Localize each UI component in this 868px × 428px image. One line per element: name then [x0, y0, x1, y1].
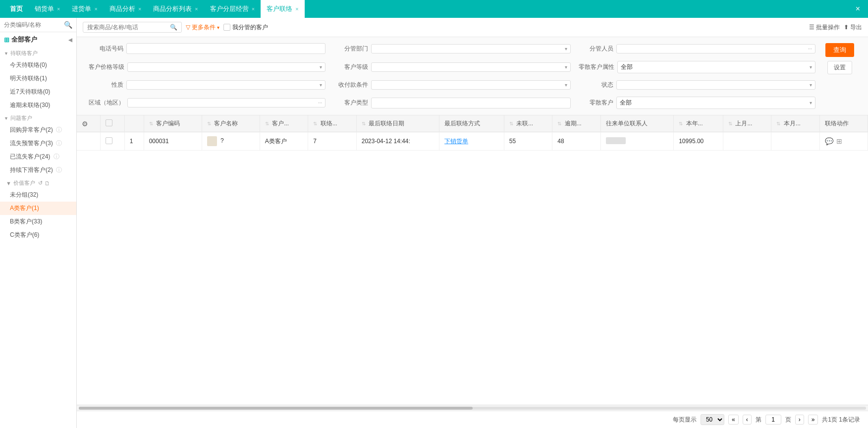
- sidebar-item-b-class[interactable]: B类客户(33): [0, 215, 76, 228]
- contact-person-placeholder: [606, 137, 626, 144]
- setting-button[interactable]: 设置: [827, 61, 852, 74]
- th-code[interactable]: ⇅ 客户编码: [144, 115, 202, 132]
- last-page-button[interactable]: »: [808, 415, 818, 425]
- nav-goods-analysis[interactable]: 商品分析 ×: [104, 0, 147, 18]
- th-overdue[interactable]: ⇅ 逾期...: [552, 115, 600, 132]
- scrollbar-thumb[interactable]: [79, 407, 473, 410]
- th-type[interactable]: ⇅ 客户...: [260, 115, 308, 132]
- sidebar-item-churned[interactable]: 已流失客户(24) ⓘ: [0, 150, 76, 163]
- sidebar-item-churn-warning[interactable]: 流失预警客户(3) ⓘ: [0, 137, 76, 150]
- add-group-icon[interactable]: 🗋: [45, 180, 50, 186]
- sort-icon-name: ⇅: [207, 121, 211, 126]
- filter-search-input[interactable]: [87, 24, 170, 31]
- batch-op-button[interactable]: ☰ 批量操作: [809, 23, 840, 32]
- filter-cell-customer-type: 客户类型: [329, 96, 574, 110]
- sidebar-search-icon[interactable]: 🔍: [64, 21, 72, 29]
- nav-goods-analysis-close[interactable]: ×: [138, 6, 141, 12]
- sort-icon-code: ⇅: [149, 121, 153, 126]
- th-last-date[interactable]: ⇅ 最后联络日期: [356, 115, 439, 132]
- export-button[interactable]: ⬆ 导出: [844, 23, 862, 32]
- nav-customer-tier[interactable]: 客户分层经营 ×: [204, 0, 261, 18]
- sidebar-item-declining[interactable]: 持续下滑客户(2) ⓘ: [0, 163, 76, 177]
- retail-customer-arrow: ▾: [810, 100, 812, 106]
- status-select[interactable]: ▾: [616, 80, 815, 90]
- nav-purchase[interactable]: 进货单 ×: [66, 0, 103, 18]
- sidebar-search-container: 🔍: [0, 18, 76, 32]
- customer-type-input[interactable]: [371, 98, 570, 108]
- nav-goods-list-close[interactable]: ×: [195, 6, 198, 12]
- nav-sales[interactable]: 销货单 ×: [29, 0, 66, 18]
- nav-customer-contact-close[interactable]: ×: [295, 6, 298, 12]
- dept-select[interactable]: ▾: [371, 44, 570, 54]
- page-size-select[interactable]: 50: [701, 414, 724, 425]
- nav-home[interactable]: 首页: [4, 0, 29, 18]
- payment-select[interactable]: ▾: [371, 80, 570, 90]
- nav-customer-contact[interactable]: 客户联络 ×: [261, 0, 304, 18]
- sidebar-item-overdue-contact[interactable]: 逾期未联络(30): [0, 99, 76, 112]
- nav-customer-tier-close[interactable]: ×: [252, 6, 255, 12]
- td-index: 1: [124, 132, 144, 151]
- sidebar-search-input[interactable]: [4, 21, 64, 28]
- app-close-button[interactable]: ×: [852, 4, 864, 13]
- more-conditions-button[interactable]: ▽ 更多条件 ▾: [186, 23, 219, 32]
- sidebar-item-today-pending[interactable]: 今天待联络(0): [0, 58, 76, 72]
- sort-icon-this-month: ⇅: [776, 121, 780, 126]
- sidebar-item-week-pending[interactable]: 近7天待联络(0): [0, 85, 76, 99]
- first-page-button[interactable]: «: [728, 415, 739, 425]
- region-select[interactable]: ···: [127, 98, 326, 107]
- all-customers-header[interactable]: ⊞ 全部客户 ◀: [0, 32, 76, 47]
- th-contact-count[interactable]: ⇅ 联络...: [308, 115, 356, 132]
- th-contact-person[interactable]: 往来单位联系人: [600, 115, 674, 132]
- gear-icon[interactable]: ⚙: [82, 120, 88, 128]
- sidebar-item-c-class[interactable]: C类客户(6): [0, 228, 76, 242]
- price-level-select[interactable]: ▾: [127, 62, 326, 72]
- retail-attr-select[interactable]: 全部 ▾: [617, 61, 815, 73]
- prev-page-button[interactable]: ‹: [743, 415, 752, 425]
- next-page-button[interactable]: ›: [795, 415, 804, 425]
- my-customers-filter[interactable]: 我分管的客户: [223, 23, 268, 32]
- th-last-method[interactable]: 最后联络方式: [439, 115, 504, 132]
- action-icons: 💬 ⊞: [825, 137, 863, 145]
- retail-customer-select[interactable]: 全部 ▾: [616, 97, 815, 109]
- td-checkbox[interactable]: [100, 132, 124, 151]
- region-label: 区域（地区）: [89, 99, 124, 107]
- th-gear[interactable]: ⚙: [77, 115, 100, 132]
- td-gear: [77, 132, 100, 151]
- th-checkbox[interactable]: [100, 115, 124, 132]
- pending-contact-group[interactable]: ▼ 待联络客户: [0, 47, 76, 58]
- customer-avatar: [207, 136, 217, 146]
- th-this-month[interactable]: ⇅ 本月...: [771, 115, 819, 132]
- nav-purchase-close[interactable]: ×: [94, 6, 97, 12]
- chat-icon[interactable]: 💬: [825, 137, 833, 145]
- horizontal-scrollbar[interactable]: [77, 405, 868, 411]
- page-number-input[interactable]: [765, 415, 781, 425]
- customer-level-select[interactable]: ▾: [371, 62, 570, 72]
- query-button[interactable]: 查询: [825, 43, 854, 57]
- th-last-month[interactable]: ⇅ 上月...: [723, 115, 771, 132]
- problem-customers-group[interactable]: ▼ 问题客户: [0, 112, 76, 123]
- payment-label: 收付款条件: [333, 81, 368, 89]
- row-checkbox[interactable]: [106, 137, 112, 144]
- sidebar-item-ungrouped[interactable]: 未分组(32): [0, 188, 76, 202]
- nav-goods-list[interactable]: 商品分析列表 ×: [147, 0, 204, 18]
- th-name[interactable]: ⇅ 客户名称: [202, 115, 260, 132]
- nav-sales-close[interactable]: ×: [57, 6, 60, 12]
- grid-action-icon[interactable]: ⊞: [836, 137, 842, 145]
- my-customers-checkbox[interactable]: [223, 24, 230, 31]
- th-uncontacted[interactable]: ⇅ 未联...: [504, 115, 552, 132]
- th-this-year[interactable]: ⇅ 本年...: [674, 115, 723, 132]
- collapse-icon[interactable]: ◀: [68, 37, 72, 43]
- triangle-icon3: ▼: [6, 180, 11, 186]
- header-checkbox[interactable]: [106, 119, 112, 126]
- sidebar-item-tomorrow-pending[interactable]: 明天待联络(1): [0, 72, 76, 85]
- nature-select[interactable]: ▾: [126, 80, 326, 90]
- sidebar-item-repurchase-abnormal[interactable]: 回购异常客户(2) ⓘ: [0, 123, 76, 137]
- sidebar-item-a-class[interactable]: A类客户(1): [0, 202, 76, 215]
- scrollbar-track[interactable]: [79, 407, 866, 410]
- phone-input[interactable]: [126, 43, 326, 54]
- manager-select[interactable]: ···: [616, 44, 815, 54]
- filter-search-icon[interactable]: 🔍: [170, 24, 177, 31]
- refresh-icon[interactable]: ↺: [38, 180, 43, 186]
- td-last-method[interactable]: 下销货单: [439, 132, 504, 151]
- th-action: 联络动作: [819, 115, 868, 132]
